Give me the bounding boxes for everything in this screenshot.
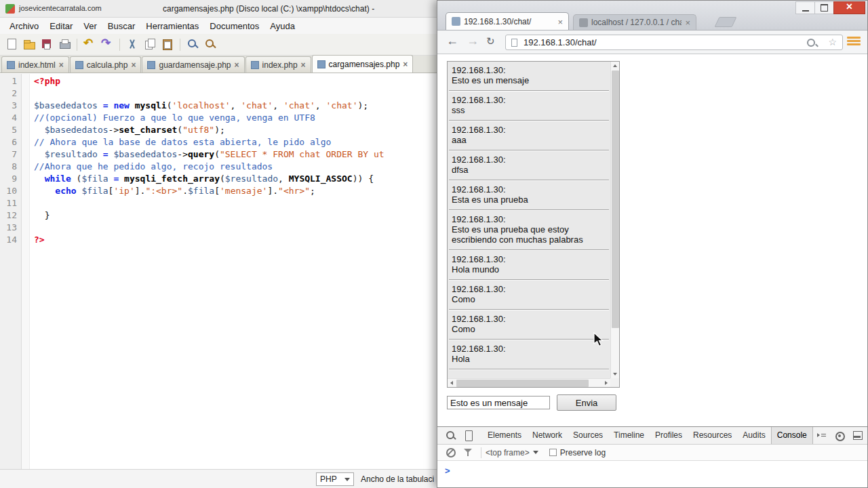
scroll-left-icon[interactable] — [448, 379, 456, 388]
devtools-tab-resources[interactable]: Resources — [688, 427, 737, 444]
back-icon[interactable] — [446, 34, 458, 48]
message-ip: 192.168.1.30: — [452, 214, 606, 224]
vertical-scrollbar[interactable] — [610, 62, 619, 378]
close-tab-icon[interactable] — [131, 60, 136, 70]
save-icon[interactable] — [40, 37, 54, 51]
device-mode-icon[interactable] — [462, 430, 474, 441]
minimize-button[interactable] — [795, 1, 815, 14]
devtools-tab-profiles[interactable]: Profiles — [650, 427, 688, 444]
preserve-log-checkbox[interactable] — [549, 449, 557, 456]
scrollbar-thumb-horizontal[interactable] — [456, 380, 589, 387]
new-file-icon[interactable] — [5, 37, 18, 51]
tab-title: 192.168.1.30/chat/ — [464, 17, 554, 26]
code-line: ?> — [34, 234, 438, 246]
paste-icon[interactable] — [161, 37, 174, 51]
browser-tab[interactable]: localhost / 127.0.0.1 / chat — [573, 14, 696, 30]
close-tab-icon[interactable] — [685, 16, 690, 28]
language-label: PHP — [320, 474, 337, 484]
editor-tab[interactable]: index.php — [245, 56, 311, 73]
language-selector[interactable]: PHP — [316, 472, 354, 486]
menu-herramientas[interactable]: Herramientas — [140, 21, 204, 31]
message-ip: 192.168.1.30: — [452, 254, 606, 264]
devtools-tab-audits[interactable]: Audits — [737, 427, 770, 444]
message-text: Hola — [452, 354, 606, 364]
dropdown-arrow-icon — [344, 478, 350, 481]
scrollbar-thumb-vertical[interactable] — [612, 70, 619, 328]
menu-archivo[interactable]: Archivo — [4, 21, 44, 31]
open-file-icon[interactable] — [22, 37, 36, 51]
scroll-down-icon[interactable] — [611, 369, 620, 378]
menu-documentos[interactable]: Documentos — [204, 21, 264, 31]
favicon — [452, 17, 460, 26]
menu-editar[interactable]: Editar — [44, 21, 78, 31]
print-icon[interactable] — [58, 37, 71, 51]
editor-tab[interactable]: index.html — [1, 56, 69, 73]
browser-tab[interactable]: 192.168.1.30/chat/ — [446, 12, 569, 30]
scroll-up-icon[interactable] — [611, 62, 620, 70]
devtools-tab-elements[interactable]: Elements — [482, 427, 527, 444]
line-number: 9 — [0, 173, 17, 185]
copy-icon[interactable] — [143, 37, 157, 51]
clear-console-icon[interactable] — [444, 447, 456, 458]
frame-selector[interactable]: <top frame> — [486, 448, 538, 458]
code-editor[interactable]: 1234567891011121314 <?php$basededatos = … — [0, 74, 438, 469]
inspect-element-icon[interactable] — [444, 430, 456, 441]
editor-tab[interactable]: guardamensaje.php — [142, 56, 244, 73]
close-tab-icon[interactable] — [235, 60, 239, 70]
dock-side-icon[interactable] — [851, 430, 863, 441]
settings-gear-icon[interactable] — [833, 430, 846, 441]
devtools-tab-sources[interactable]: Sources — [568, 427, 608, 444]
tab-label: index.html — [18, 60, 56, 70]
brand-text: josevicentecarratala.com — [19, 4, 102, 12]
toolbar-separator — [119, 39, 120, 51]
file-icon — [251, 61, 259, 69]
forward-icon[interactable] — [467, 34, 479, 48]
new-tab-button[interactable] — [715, 17, 737, 27]
replace-icon[interactable] — [203, 37, 217, 51]
line-number: 10 — [0, 185, 17, 197]
devtools-tab-console[interactable]: Console — [771, 427, 813, 444]
editor-tab[interactable]: calcula.php — [70, 56, 142, 73]
chat-message-list[interactable]: 192.168.1.30:Esto es un mensaje192.168.1… — [448, 62, 610, 378]
devtools-tab-network[interactable]: Network — [527, 427, 568, 444]
close-tab-icon[interactable] — [403, 60, 408, 69]
close-tab-icon[interactable] — [59, 60, 64, 70]
line-number: 5 — [0, 124, 17, 136]
separator — [481, 447, 481, 458]
find-icon[interactable] — [186, 37, 199, 51]
maximize-button[interactable] — [814, 1, 834, 14]
scroll-right-icon[interactable] — [601, 379, 610, 388]
menu-buscar[interactable]: Buscar — [102, 21, 140, 31]
redo-icon[interactable] — [100, 37, 114, 51]
code-line: $basededatos->set_charset("utf8"); — [34, 124, 438, 136]
notepad-titlebar[interactable]: josevicentecarratala.com cargamensajes.p… — [0, 0, 438, 18]
url-text: 192.168.1.30/chat/ — [524, 37, 597, 47]
close-button[interactable] — [833, 1, 865, 14]
devtools-tab-timeline[interactable]: Timeline — [608, 427, 650, 444]
code-line: // Ahora que la base de datos esta abier… — [34, 136, 438, 148]
reload-icon[interactable] — [486, 35, 495, 47]
close-tab-icon[interactable] — [301, 60, 306, 70]
code-line: <?php — [34, 75, 438, 87]
address-bar[interactable]: 192.168.1.30/chat/ — [505, 35, 843, 50]
undo-icon[interactable] — [83, 37, 96, 51]
tab-label: cargamensajes.php — [329, 60, 400, 69]
browser-menu-icon[interactable] — [847, 37, 861, 48]
cut-icon[interactable] — [125, 37, 139, 51]
close-tab-icon[interactable] — [557, 16, 563, 28]
send-button[interactable]: Envia — [557, 394, 616, 411]
menu-ver[interactable]: Ver — [78, 21, 102, 31]
message-input[interactable] — [447, 396, 550, 409]
browser-titlebar: 192.168.1.30/chat/localhost / 127.0.0.1 … — [437, 1, 867, 30]
horizontal-scrollbar[interactable] — [448, 378, 610, 387]
menu-ayuda[interactable]: Ayuda — [264, 21, 300, 31]
console-output[interactable] — [437, 461, 867, 488]
filter-icon[interactable] — [462, 447, 474, 458]
browser-window: 192.168.1.30/chat/localhost / 127.0.0.1 … — [437, 0, 868, 488]
bookmark-star-icon[interactable] — [828, 37, 837, 47]
editor-tab[interactable]: cargamensajes.php — [312, 55, 414, 73]
browser-tab-strip: 192.168.1.30/chat/localhost / 127.0.0.1 … — [446, 12, 696, 30]
message-text: Como — [452, 324, 606, 334]
console-drawer-icon[interactable] — [816, 430, 828, 441]
frame-selector-label: <top frame> — [486, 448, 530, 458]
